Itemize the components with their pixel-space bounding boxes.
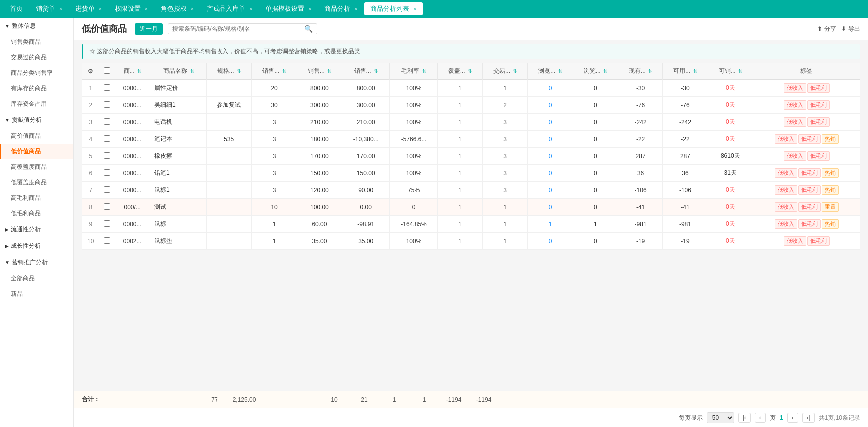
nav-stock-in[interactable]: 产成品入库单 × bbox=[201, 2, 258, 15]
row-checkbox-1[interactable] bbox=[104, 101, 110, 108]
row-checkbox-9[interactable] bbox=[104, 237, 110, 244]
sidebar-item-low-value[interactable]: 低价值商品 bbox=[0, 144, 73, 159]
cell-view1[interactable]: 0 bbox=[528, 233, 573, 250]
next-page-btn[interactable]: › bbox=[787, 413, 798, 423]
nav-roles-close[interactable]: × bbox=[191, 6, 194, 12]
filter-period-btn[interactable]: 近一月 bbox=[135, 23, 163, 35]
nav-home[interactable]: 首页 bbox=[4, 2, 29, 15]
view1-link[interactable]: 0 bbox=[549, 85, 552, 92]
view1-link[interactable]: 0 bbox=[549, 187, 552, 194]
section-growth[interactable]: ▶成长性分析 bbox=[0, 238, 73, 254]
export-btn[interactable]: ⬇ 导出 bbox=[841, 25, 860, 33]
section-marketing[interactable]: ▼营销推广分析 bbox=[0, 254, 73, 271]
sidebar-item-stock-fund[interactable]: 库存资金占用 bbox=[0, 96, 73, 112]
select-all-checkbox[interactable] bbox=[104, 67, 110, 74]
cell-checkbox[interactable] bbox=[100, 80, 114, 97]
sidebar-item-traded[interactable]: 交易过的商品 bbox=[0, 50, 73, 65]
row-checkbox-8[interactable] bbox=[104, 220, 110, 227]
col-settings[interactable]: ⚙ bbox=[82, 63, 100, 80]
sidebar-item-low-coverage[interactable]: 低覆盖度商品 bbox=[0, 175, 73, 190]
prev-page-btn[interactable]: ‹ bbox=[755, 413, 766, 423]
cell-checkbox[interactable] bbox=[100, 148, 114, 165]
cell-checkbox[interactable] bbox=[100, 114, 114, 131]
cell-checkbox[interactable] bbox=[100, 165, 114, 182]
nav-purchase[interactable]: 进货单 × bbox=[69, 2, 108, 15]
last-page-btn[interactable]: ›| bbox=[802, 413, 815, 423]
sidebar-item-in-stock[interactable]: 有库存的商品 bbox=[0, 81, 73, 96]
section-circulation[interactable]: ▶流通性分析 bbox=[0, 221, 73, 238]
footer-available: -1194 bbox=[469, 396, 499, 403]
cell-checkbox[interactable] bbox=[100, 97, 114, 114]
nav-product-analysis[interactable]: 商品分析 × bbox=[318, 2, 363, 15]
cell-checkbox[interactable] bbox=[100, 199, 114, 216]
nav-template-close[interactable]: × bbox=[308, 6, 311, 12]
sidebar-item-category-rate[interactable]: 商品分类销售率 bbox=[0, 65, 73, 81]
view1-link[interactable]: 0 bbox=[549, 119, 552, 126]
cell-num: 4 bbox=[82, 131, 100, 148]
sidebar-item-low-margin[interactable]: 低毛利商品 bbox=[0, 206, 73, 221]
cell-view1[interactable]: 0 bbox=[528, 97, 573, 114]
cell-spec bbox=[207, 165, 252, 182]
sidebar-item-high-coverage[interactable]: 高覆盖度商品 bbox=[0, 159, 73, 175]
row-checkbox-7[interactable] bbox=[104, 203, 110, 210]
view1-link[interactable]: 0 bbox=[549, 204, 552, 211]
view1-link[interactable]: 1 bbox=[549, 221, 552, 228]
section-contribution[interactable]: ▼贡献值分析 bbox=[0, 112, 73, 128]
view1-link[interactable]: 0 bbox=[549, 170, 552, 177]
share-btn[interactable]: ⬆ 分享 bbox=[817, 25, 836, 33]
sidebar-item-high-value[interactable]: 高价值商品 bbox=[0, 128, 73, 144]
cell-view1[interactable]: 0 bbox=[528, 182, 573, 199]
view1-link[interactable]: 0 bbox=[549, 238, 552, 245]
nav-product-analysis-list[interactable]: 商品分析列表 × bbox=[364, 2, 422, 15]
nav-analysis-close[interactable]: × bbox=[354, 6, 357, 12]
cell-view1[interactable]: 0 bbox=[528, 148, 573, 165]
cell-view1[interactable]: 0 bbox=[528, 114, 573, 131]
cell-checkbox[interactable] bbox=[100, 182, 114, 199]
nav-sales-close[interactable]: × bbox=[59, 6, 62, 12]
cell-view1[interactable]: 0 bbox=[528, 199, 573, 216]
cell-checkbox[interactable] bbox=[100, 233, 114, 250]
cell-tags: 低收入低毛利热销 bbox=[753, 216, 860, 233]
nav-permissions-close[interactable]: × bbox=[145, 6, 148, 12]
cell-view1[interactable]: 0 bbox=[528, 131, 573, 148]
view1-link[interactable]: 0 bbox=[549, 102, 552, 109]
cell-checkbox[interactable] bbox=[100, 216, 114, 233]
row-checkbox-4[interactable] bbox=[104, 152, 110, 159]
sidebar-item-all-products[interactable]: 全部商品 bbox=[0, 271, 73, 286]
row-checkbox-0[interactable] bbox=[104, 84, 110, 91]
nav-list-close[interactable]: × bbox=[413, 6, 416, 12]
cell-view1[interactable]: 0 bbox=[528, 80, 573, 97]
cell-checkbox[interactable] bbox=[100, 131, 114, 148]
section-growth-arrow: ▶ bbox=[5, 243, 9, 249]
cell-view1[interactable]: 0 bbox=[528, 165, 573, 182]
sidebar-item-new-products[interactable]: 新品 bbox=[0, 286, 73, 302]
nav-roles[interactable]: 角色授权 × bbox=[155, 2, 200, 15]
search-icon[interactable]: 🔍 bbox=[304, 25, 313, 33]
col-sales2: 销售... ⇅ bbox=[297, 63, 342, 80]
row-checkbox-5[interactable] bbox=[104, 169, 110, 176]
cell-days: 0天 bbox=[708, 131, 753, 148]
nav-template[interactable]: 单据模板设置 × bbox=[259, 2, 317, 15]
sidebar-item-sales-products[interactable]: 销售类商品 bbox=[0, 34, 73, 50]
page-size-select[interactable]: 50 100 200 bbox=[707, 412, 734, 423]
cell-coverage: 1 bbox=[437, 182, 482, 199]
search-input[interactable] bbox=[172, 25, 302, 32]
row-checkbox-3[interactable] bbox=[104, 135, 110, 142]
row-checkbox-2[interactable] bbox=[104, 118, 110, 125]
cell-available: -106 bbox=[663, 182, 708, 199]
nav-stock-close[interactable]: × bbox=[249, 6, 252, 12]
nav-purchase-close[interactable]: × bbox=[99, 6, 102, 12]
tag-低收入: 低收入 bbox=[784, 100, 806, 110]
cell-view1[interactable]: 1 bbox=[528, 216, 573, 233]
section-overall[interactable]: ▼整体信息 bbox=[0, 18, 73, 34]
first-page-btn[interactable]: |‹ bbox=[738, 413, 751, 423]
table-row: 3 0000... 电话机 3 210.00 210.00 100% 1 3 0… bbox=[82, 114, 860, 131]
sidebar-item-high-margin[interactable]: 高毛利商品 bbox=[0, 190, 73, 206]
nav-permissions[interactable]: 权限设置 × bbox=[109, 2, 154, 15]
view1-link[interactable]: 0 bbox=[549, 136, 552, 143]
row-checkbox-6[interactable] bbox=[104, 186, 110, 193]
cell-coverage: 1 bbox=[437, 131, 482, 148]
nav-sales[interactable]: 销货单 × bbox=[30, 2, 68, 15]
cell-name: 鼠标1 bbox=[151, 182, 206, 199]
view1-link[interactable]: 0 bbox=[549, 153, 552, 160]
